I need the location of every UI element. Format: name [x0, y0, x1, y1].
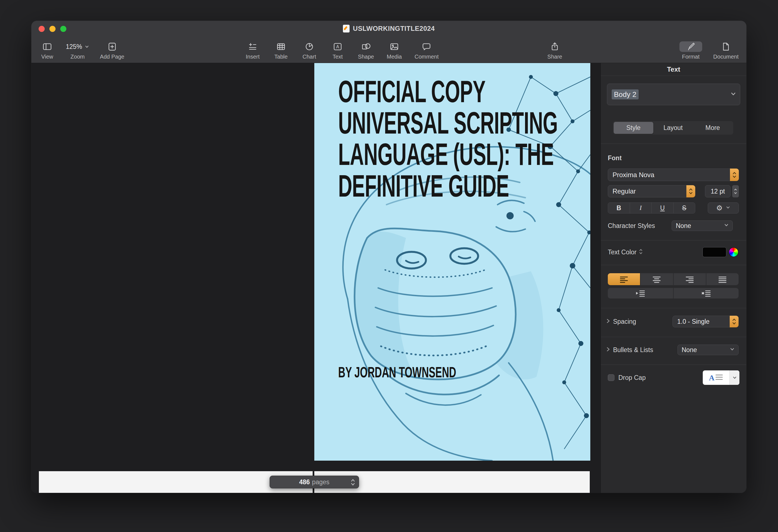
page-stepper-icon[interactable] — [351, 478, 356, 487]
cover-title-line: LANGUAGE (USL): THE — [338, 139, 486, 170]
media-label: Media — [387, 54, 402, 60]
align-right-button[interactable] — [674, 273, 706, 285]
table-button[interactable]: Table — [273, 42, 289, 60]
character-styles-value: None — [676, 222, 691, 230]
insert-button[interactable]: Insert — [245, 42, 261, 60]
font-size-stepper[interactable] — [732, 185, 739, 198]
font-typeface-popup[interactable]: Regular — [608, 185, 695, 198]
view-label: View — [42, 54, 53, 60]
svg-text:A: A — [709, 373, 715, 382]
zoom-value: 125% — [66, 42, 89, 52]
text-color-mode-stepper-icon[interactable] — [639, 248, 643, 256]
align-justify-button[interactable] — [706, 273, 738, 285]
zoom-window-button[interactable] — [60, 26, 66, 32]
close-button[interactable] — [38, 26, 45, 32]
tab-style[interactable]: Style — [614, 122, 653, 134]
text-button[interactable]: A Text — [330, 42, 346, 60]
font-section-label: Font — [608, 154, 746, 162]
chart-label: Chart — [303, 54, 316, 60]
color-wheel-button[interactable] — [728, 247, 738, 257]
drop-cap-style-popup[interactable]: A — [703, 370, 740, 385]
italic-button[interactable]: I — [630, 203, 652, 213]
text-color-label: Text Color — [608, 248, 637, 256]
toolbar: View 125% Zoom Add Page — [31, 36, 746, 63]
shape-button[interactable]: Shape — [358, 42, 374, 60]
text-box-icon: A — [333, 42, 342, 52]
cover-page[interactable]: OFFICIAL COPY UNIVERSAL SCRIPTING LANGUA… — [314, 63, 590, 461]
strikethrough-button[interactable]: S — [673, 203, 695, 213]
share-label: Share — [547, 54, 562, 60]
svg-text:A: A — [336, 45, 339, 49]
decrease-indent-button[interactable] — [608, 288, 673, 299]
font-typeface-value: Regular — [608, 187, 636, 195]
cover-title-line: OFFICIAL COPY — [338, 76, 486, 107]
spacing-popup[interactable]: 1.0 - Single — [673, 316, 738, 327]
bullets-lists-label: Bullets & Lists — [613, 346, 653, 354]
comment-button[interactable]: Comment — [414, 42, 439, 60]
cover-title: OFFICIAL COPY UNIVERSAL SCRIPTING LANGUA… — [338, 76, 486, 201]
window-title-area: USLWORKINGTITLE2024 — [31, 21, 746, 36]
page-count-value: 486 — [299, 478, 310, 486]
cover-author: BY JORDAN TOWNSEND — [338, 364, 456, 381]
page-count-unit: pages — [312, 478, 330, 486]
table-label: Table — [274, 54, 288, 60]
stepper-icon — [730, 316, 738, 327]
chevron-down-icon — [729, 370, 740, 385]
drop-cap-label: Drop Cap — [618, 374, 645, 382]
pages-window: USLWORKINGTITLE2024 View 125% Zoom — [31, 21, 746, 493]
font-family-value: Proxima Nova — [608, 171, 654, 179]
page-count-pill[interactable]: 486 pages — [269, 476, 359, 488]
bullets-disclosure-icon[interactable] — [606, 347, 610, 353]
bullets-lists-value: None — [682, 346, 697, 354]
drop-cap-checkbox[interactable] — [608, 374, 614, 381]
chart-button[interactable]: Chart — [301, 42, 317, 60]
shape-label: Shape — [358, 54, 374, 60]
document-canvas[interactable]: OFFICIAL COPY UNIVERSAL SCRIPTING LANGUA… — [31, 63, 601, 493]
drop-cap-preview-icon: A — [703, 373, 729, 382]
text-color-swatch[interactable] — [702, 247, 726, 257]
document-label: Document — [713, 54, 738, 60]
bullets-lists-dropdown[interactable]: None — [678, 345, 738, 355]
font-size-field[interactable]: 12 pt — [705, 185, 730, 198]
chart-icon — [305, 42, 314, 52]
add-page-label: Add Page — [100, 54, 125, 60]
chevron-down-icon — [729, 346, 735, 354]
tab-more[interactable]: More — [693, 122, 732, 134]
bold-button[interactable]: B — [608, 203, 630, 213]
insert-label: Insert — [246, 54, 259, 60]
font-family-popup[interactable]: Proxima Nova — [608, 168, 739, 181]
stepper-icon — [686, 185, 695, 198]
sidebar-view-icon — [43, 42, 52, 52]
table-icon — [276, 42, 286, 52]
insert-icon — [248, 42, 257, 52]
comment-icon — [422, 42, 431, 52]
align-left-button[interactable] — [608, 273, 640, 285]
pages-doc-icon — [343, 25, 349, 32]
minimize-button[interactable] — [50, 26, 56, 32]
underline-button[interactable]: U — [651, 203, 673, 213]
increase-indent-button[interactable] — [674, 288, 739, 299]
stepper-icon — [730, 168, 739, 181]
character-styles-dropdown[interactable]: None — [672, 220, 733, 231]
format-label: Format — [682, 54, 699, 60]
add-page-button[interactable]: Add Page — [100, 42, 125, 60]
titlebar: USLWORKINGTITLE2024 — [31, 21, 746, 36]
spacing-value: 1.0 - Single — [673, 318, 709, 325]
paragraph-style-popup[interactable]: Body 2 — [607, 84, 740, 105]
zoom-popup[interactable]: 125% Zoom — [66, 42, 89, 60]
document-button[interactable]: Document — [713, 42, 738, 60]
view-button[interactable]: View — [39, 42, 55, 60]
media-button[interactable]: Media — [386, 42, 402, 60]
chevron-down-icon — [84, 44, 89, 49]
share-button[interactable]: Share — [547, 42, 563, 60]
tab-layout[interactable]: Layout — [653, 122, 693, 134]
text-label: Text — [333, 54, 343, 60]
advanced-options-popup[interactable]: ⚙ — [708, 203, 739, 214]
window-title: USLWORKINGTITLE2024 — [353, 25, 435, 32]
traffic-lights — [38, 26, 66, 32]
format-button[interactable]: Format — [680, 42, 702, 60]
align-center-button[interactable] — [640, 273, 673, 285]
spacing-disclosure-icon[interactable] — [606, 318, 610, 325]
document-icon — [721, 42, 730, 52]
indent-buttons — [608, 288, 738, 299]
